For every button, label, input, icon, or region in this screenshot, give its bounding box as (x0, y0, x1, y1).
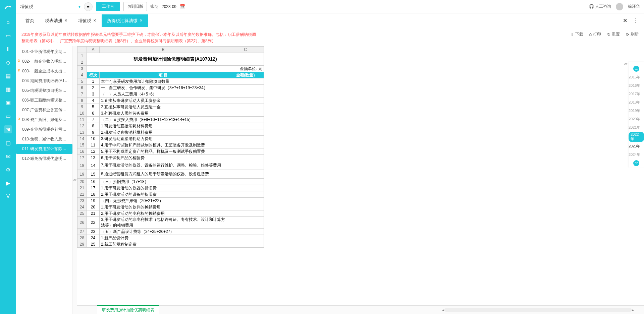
year-item[interactable]: 2017年 (629, 90, 644, 98)
cell-item[interactable]: （一）人员人工费用（4+5+6） (100, 91, 227, 98)
row-header[interactable]: 23 (77, 198, 87, 204)
cell-line[interactable]: 23 (87, 229, 100, 235)
cell-line[interactable]: 13 (87, 155, 100, 161)
cell-line[interactable]: 4 (87, 98, 100, 104)
support-link[interactable]: 🎧 人工咨询 (589, 4, 611, 9)
list-item[interactable]: 008-资产折旧、摊销及纳税... (16, 115, 72, 125)
calendar-icon[interactable]: 📅 (180, 4, 185, 9)
cell-item[interactable]: 2.用于研发活动的设备的折旧费 (100, 191, 227, 198)
year-item[interactable]: 2015年 (629, 73, 644, 81)
cell-line[interactable]: 18 (87, 191, 100, 198)
cell-item[interactable]: 1.用于研发活动的仪器的折旧费 (100, 185, 227, 191)
cell-amount[interactable] (227, 210, 264, 217)
nav-chart-icon[interactable]: ⫿ (4, 45, 12, 53)
row-header[interactable]: 17 (77, 155, 87, 161)
cell-line[interactable]: 22 (87, 217, 100, 229)
cell-line[interactable]: 16 (87, 179, 100, 185)
cell-item[interactable]: 本年可享受研发费用加计扣除项目数量 (100, 78, 227, 85)
cell-amount[interactable] (227, 142, 264, 148)
cell-amount[interactable] (227, 161, 264, 170)
nav-home-icon[interactable]: ⌂ (4, 18, 12, 26)
list-item[interactable]: 001-企业所得税年度纳税申... (16, 47, 72, 57)
avatar[interactable] (616, 3, 623, 10)
cell-line[interactable]: 8 (87, 123, 100, 129)
cell-amount[interactable] (227, 104, 264, 110)
cell-amount[interactable] (227, 98, 264, 104)
cell-amount[interactable] (227, 235, 264, 241)
cell-line[interactable]: 15 (87, 170, 100, 179)
row-header[interactable]: 16 (77, 148, 87, 155)
cell-amount[interactable] (227, 110, 264, 117)
close-icon[interactable]: ✕ (140, 18, 143, 23)
cell-line[interactable]: 7 (87, 117, 100, 123)
row-header[interactable]: 15 (77, 142, 87, 148)
cell-line[interactable]: 19 (87, 198, 100, 204)
list-item[interactable]: 011-研发费用加计扣除优惠... (16, 144, 72, 154)
collapse-handle[interactable]: ≪ (72, 46, 77, 314)
row-header[interactable]: 13 (77, 129, 87, 136)
row-header[interactable]: 27 (77, 229, 87, 235)
cell-amount[interactable] (227, 204, 264, 210)
row-header[interactable]: 28 (77, 235, 87, 241)
row-header[interactable]: 18 (77, 161, 87, 170)
switch-old-button[interactable]: 切到旧版 (123, 2, 147, 11)
row-header[interactable]: 7 (77, 91, 87, 98)
nav-mail-icon[interactable]: ✉ (4, 152, 12, 160)
print-button[interactable]: ⎙ 打印 (589, 32, 601, 37)
row-header[interactable]: 20 (77, 179, 87, 185)
row-header[interactable]: 5 (77, 78, 87, 85)
nav-gear-icon[interactable]: ⚙ (4, 166, 12, 174)
cell-item[interactable]: 1.研发活动直接消耗材料费用 (100, 123, 227, 129)
cell-amount[interactable] (227, 241, 264, 248)
row-header[interactable]: 21 (77, 185, 87, 191)
close-all-tabs-button[interactable]: ✕ (620, 17, 630, 24)
reset-button[interactable]: ↻ 重置 (607, 32, 620, 37)
cell-line[interactable]: 17 (87, 185, 100, 191)
cell-amount[interactable] (227, 117, 264, 123)
list-item[interactable]: 006-职工薪酬纳税调整明细... (16, 96, 72, 105)
cell-line[interactable]: 21 (87, 210, 100, 217)
tab-增值税[interactable]: 增值税✕ (73, 14, 102, 27)
year-item[interactable]: 2019年 (629, 107, 644, 115)
cell-item[interactable]: （五）新产品设计费等（24+25+26+27） (100, 229, 227, 235)
nav-list-icon[interactable]: ▤ (4, 72, 12, 80)
cell-amount[interactable] (227, 91, 264, 98)
cell-line[interactable]: 6 (87, 110, 100, 117)
year-item[interactable]: 2023年 (629, 142, 644, 150)
cell-item[interactable]: 3.用于研发活动的非专利技术（包括许可证、专有技术、设计和计算方法等）的摊销费用 (100, 217, 227, 229)
cell-amount[interactable] (227, 85, 264, 91)
cell-line[interactable]: 1 (87, 78, 100, 85)
cell-item[interactable]: （二）直接投入费用（8+9+10+11+12+13+14+15） (100, 117, 227, 123)
cell-line[interactable]: 2 (87, 85, 100, 91)
refresh-button[interactable]: ⟳ 刷新 (626, 32, 639, 37)
cell-item[interactable]: 1.用于研发活动的软件的摊销费用 (100, 204, 227, 210)
cell-line[interactable]: 24 (87, 235, 100, 241)
period-value[interactable]: 2023-09 (162, 4, 176, 9)
workbench-button[interactable]: 工作台 (96, 2, 120, 11)
horizontal-scrollbar[interactable]: ◂▸ (159, 308, 644, 312)
cell-item[interactable]: 4.用于中间试验和产品试制的模具、工艺装备开发及制造费 (100, 142, 227, 148)
cell-line[interactable]: 25 (87, 241, 100, 248)
list-item[interactable]: 004-期间费用明细表(A1040... (16, 76, 72, 86)
nav-money-icon[interactable]: ◇ (4, 58, 12, 66)
row-header[interactable]: 14 (77, 136, 87, 142)
year-item[interactable]: 2024年 (629, 150, 644, 159)
cell-item[interactable]: 5.用于不构成固定资产的样品、样机及一般测试手段购置费 (100, 148, 227, 155)
cell-item[interactable]: 3.研发活动直接消耗动力费用 (100, 136, 227, 142)
cell-amount[interactable] (227, 123, 264, 129)
spreadsheet[interactable]: ABC 1研发费用加计扣除优惠明细表(A107012) 2 3金额单位: 元 4… (77, 46, 264, 248)
nav-play-icon[interactable]: ▶ (4, 179, 12, 187)
list-item[interactable]: 007-广告费和业务宣传费跨... (16, 105, 72, 115)
tabs-menu-button[interactable]: ⋮ (631, 17, 640, 24)
list-item[interactable]: 012-减免所得税优惠明细表(... (16, 154, 72, 164)
cell-line[interactable]: 10 (87, 136, 100, 142)
cell-amount[interactable] (227, 148, 264, 155)
cell-amount[interactable] (227, 191, 264, 198)
list-item[interactable]: 009-企业所得税弥补亏损明... (16, 125, 72, 134)
cell-line[interactable]: 9 (87, 129, 100, 136)
row-header[interactable]: 6 (77, 85, 87, 91)
list-item[interactable]: 010-免税、减计收入及加计... (16, 134, 72, 144)
doc-round-button[interactable]: ≡ (84, 2, 93, 11)
cell-item[interactable]: 1.直接从事研发活动人员工资薪金 (100, 98, 227, 104)
cell-amount[interactable] (227, 170, 264, 179)
